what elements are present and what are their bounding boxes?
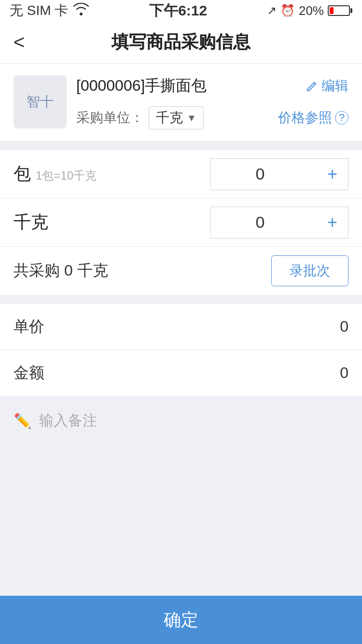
batch-record-button[interactable]: 录批次 xyxy=(271,255,348,286)
kg-input-row: 千克 + xyxy=(0,198,362,247)
nav-bar: < 填写商品采购信息 xyxy=(0,21,362,64)
status-left: 无 SIM 卡 xyxy=(10,1,89,20)
price-reference-button[interactable]: 价格参照 ? xyxy=(278,109,348,127)
back-button[interactable]: < xyxy=(14,31,25,53)
unit-row: 采购单位： 千克 ▼ 价格参照 ? xyxy=(76,106,348,129)
edit-button[interactable]: 编辑 xyxy=(306,77,348,95)
amount-row: 金额 0 xyxy=(0,350,362,396)
unit-label: 采购单位： xyxy=(76,109,144,127)
amount-label: 金额 xyxy=(14,363,44,384)
main-content: 智十 [0000006]手撕面包 编辑 采购单位： 千克 ▼ xyxy=(0,64,362,644)
pack-quantity-input[interactable] xyxy=(210,158,317,190)
pricing-section: 单价 0 金额 0 xyxy=(0,304,362,396)
info-icon: ? xyxy=(335,111,348,125)
section-divider-1 xyxy=(0,141,362,150)
alarm-icon: ⏰ xyxy=(280,4,295,17)
product-card: 智十 [0000006]手撕面包 编辑 采购单位： 千克 ▼ xyxy=(0,64,362,141)
pack-input-control: + xyxy=(210,158,348,190)
pack-label-group: 包 1包=10千克 xyxy=(14,162,210,186)
total-text: 共采购 0 千克 xyxy=(14,260,108,281)
kg-input-control: + xyxy=(210,207,348,238)
product-info: [0000006]手撕面包 编辑 采购单位： 千克 ▼ xyxy=(76,75,348,129)
notes-section[interactable]: ✏️ 输入备注 xyxy=(0,396,362,445)
product-name-row: [0000006]手撕面包 编辑 xyxy=(76,75,348,97)
status-time: 下午6:12 xyxy=(149,1,207,21)
confirm-bar[interactable]: 确定 xyxy=(0,596,362,644)
section-divider-2 xyxy=(0,295,362,304)
amount-value: 0 xyxy=(340,364,348,382)
unit-price-label: 单价 xyxy=(14,316,44,337)
unit-price-value: 0 xyxy=(340,318,348,336)
pack-sublabel: 1包=10千克 xyxy=(36,168,97,183)
wifi-icon xyxy=(73,3,89,19)
product-thumbnail: 智十 xyxy=(14,75,67,128)
pack-input-row: 包 1包=10千克 + xyxy=(0,150,362,198)
kg-label: 千克 xyxy=(14,210,48,234)
battery-icon xyxy=(328,5,352,16)
battery-percent: 20% xyxy=(299,3,324,18)
location-icon: ↗ xyxy=(267,4,277,17)
status-bar: 无 SIM 卡 下午6:12 ↗ ⏰ 20% xyxy=(0,0,362,21)
input-section: 包 1包=10千克 + 千克 + xyxy=(0,150,362,247)
empty-area xyxy=(0,445,362,589)
chevron-down-icon: ▼ xyxy=(187,112,196,124)
confirm-label: 确定 xyxy=(164,608,198,632)
kg-label-group: 千克 xyxy=(14,210,210,234)
pencil-icon: ✏️ xyxy=(14,412,31,429)
kg-plus-button[interactable]: + xyxy=(317,207,348,238)
unit-select[interactable]: 千克 ▼ xyxy=(149,106,204,129)
total-row: 共采购 0 千克 录批次 xyxy=(0,247,362,295)
notes-placeholder: 输入备注 xyxy=(39,411,97,431)
kg-quantity-input[interactable] xyxy=(210,207,317,238)
carrier-label: 无 SIM 卡 xyxy=(10,1,68,20)
unit-price-row: 单价 0 xyxy=(0,304,362,350)
pack-plus-button[interactable]: + xyxy=(317,158,348,190)
pack-label: 包 xyxy=(14,162,31,186)
status-right: ↗ ⏰ 20% xyxy=(267,3,352,18)
page-title: 填写商品采购信息 xyxy=(111,30,251,54)
product-name: [0000006]手撕面包 xyxy=(76,75,207,97)
